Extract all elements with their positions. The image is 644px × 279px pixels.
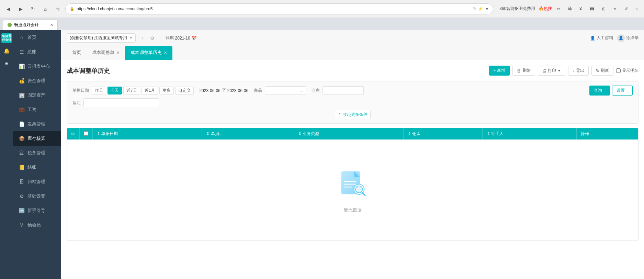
sidebar-item-funds-label: 资金管理 xyxy=(27,78,45,84)
tab-cost-adjustment[interactable]: 成本调整单 ✕ xyxy=(87,46,125,60)
browser-tabbar: 🟢 畅捷通好会计 ✕ xyxy=(0,18,644,30)
goods-more-btn[interactable]: ... xyxy=(300,89,303,93)
sidebar-item-archive[interactable]: 🗄 归档管理 xyxy=(13,175,61,189)
home-icon: ⌂ xyxy=(19,35,25,40)
date-yesterday[interactable]: 昨天 xyxy=(92,87,106,94)
brand-logo[interactable]: 畅捷通好会计 xyxy=(1,33,12,43)
sidebar-item-salary[interactable]: 💼 工资 xyxy=(13,102,61,117)
browser-tab-close[interactable]: ✕ xyxy=(50,23,53,27)
date-more[interactable]: 更多 xyxy=(159,87,174,94)
tab-cost-adjustment-close[interactable]: ✕ xyxy=(116,51,120,55)
print-btn[interactable]: 🖨 打印 ▼ xyxy=(538,66,565,76)
tab-home[interactable]: 首页 xyxy=(67,46,87,60)
sidebar-item-inventory[interactable]: 📦 库存核算 xyxy=(13,131,61,146)
home-button[interactable]: ⌂ xyxy=(41,4,50,14)
back-button[interactable]: ◀ xyxy=(3,4,13,14)
service-btn[interactable]: 👤 人工咨询 xyxy=(590,35,613,41)
tab-cost-history-close[interactable]: ✕ xyxy=(164,51,167,55)
sidebar-item-ledger[interactable]: ☰ 总账 xyxy=(13,45,61,59)
export-btn[interactable]: ↓ 导出 xyxy=(568,66,589,76)
remark-input[interactable] xyxy=(83,98,159,107)
tab-cost-history[interactable]: 成本调整单历史 ✕ xyxy=(125,46,172,60)
top-actions: 👤 人工咨询 👤 徐泽华 xyxy=(590,34,639,42)
th-number[interactable]: ⇕ 单据... xyxy=(202,128,294,140)
grid-btn[interactable]: ⊞ xyxy=(599,5,608,13)
period-label: 账期 xyxy=(166,35,174,41)
th-warehouse[interactable]: ⇕ 仓库 xyxy=(403,128,482,140)
th-date[interactable]: ⇕ 单据日期 xyxy=(92,128,202,140)
date-1month[interactable]: 近1月 xyxy=(142,87,158,94)
browser-tab[interactable]: 🟢 畅捷通好会计 ✕ xyxy=(3,20,58,30)
date-to: 2023-06-06 xyxy=(227,88,248,93)
forward-button[interactable]: ▶ xyxy=(16,4,25,14)
th-settings[interactable]: ⚙ xyxy=(67,128,79,140)
th-checkbox[interactable] xyxy=(79,128,92,140)
browser-actions: 360智能抠图免费用 🔥热搜 ✂ 译 ¥ 🎮 ⊞ ☀ ↺ ≡ xyxy=(499,4,641,13)
invoice-icon: 📄 xyxy=(19,121,25,127)
top-bar: (勿删勿禁用) 江西服宝测试专用 ▼ + ⚙ 账期 2021-10 📅 👤 人工… xyxy=(61,30,644,46)
user-name: 徐泽华 xyxy=(626,35,639,41)
sun-btn[interactable]: ☀ xyxy=(610,5,620,13)
sidebar-item-reports[interactable]: 📊 云报表中心 xyxy=(13,59,61,74)
goods-select-text xyxy=(268,88,298,93)
warehouse-label: 仓库 xyxy=(312,88,320,93)
sidebar-item-home[interactable]: ⌂ 首页 xyxy=(13,30,61,45)
sidebar-item-assets[interactable]: 🏢 固定资产 xyxy=(13,88,61,102)
translate-btn[interactable]: 译 xyxy=(565,4,575,13)
menu-btn[interactable]: ≡ xyxy=(633,5,641,13)
user-btn[interactable]: 👤 徐泽华 xyxy=(617,34,639,42)
select-all-checkbox[interactable] xyxy=(84,131,88,136)
display-detail-checkbox[interactable] xyxy=(616,68,621,73)
collapse-btn[interactable]: ⌃ 收起更多条件 xyxy=(335,110,371,119)
undo-btn[interactable]: ↺ xyxy=(622,5,631,13)
date-separator: 至 xyxy=(222,88,226,93)
display-detail-label[interactable]: 显示明细 xyxy=(616,68,639,74)
filter-settings-btn[interactable]: 设置 xyxy=(612,86,633,96)
refresh-btn[interactable]: ↻ 刷新 xyxy=(591,66,613,76)
empty-illustration xyxy=(336,167,370,201)
date-today[interactable]: 今天 xyxy=(108,87,122,94)
refresh-label: 刷新 xyxy=(601,68,609,74)
company-selector[interactable]: (勿删勿禁用) 江西服宝测试专用 ▼ xyxy=(67,33,136,43)
empty-text: 暂无数据 xyxy=(344,207,362,213)
warehouse-select[interactable]: ... xyxy=(323,86,364,95)
delete-btn[interactable]: 🗑 删除 xyxy=(512,66,535,76)
date-custom[interactable]: 自定义 xyxy=(175,87,194,94)
delete-label: 删除 xyxy=(522,68,531,74)
new-btn[interactable]: + 新增 xyxy=(489,66,510,76)
date-7days[interactable]: 近7天 xyxy=(123,87,140,94)
query-btn[interactable]: 查询 xyxy=(589,86,610,96)
date-from: 2023-06-06 xyxy=(199,88,220,93)
notification-icon[interactable]: 🔔 xyxy=(2,46,11,56)
refresh-button[interactable]: ↻ xyxy=(28,4,38,14)
star-button[interactable]: ☆ xyxy=(53,4,63,14)
th-handler[interactable]: ⇕ 经手人 xyxy=(482,128,577,140)
filter-panel: 单据日期 昨天 今天 近7天 近1月 更多 自定义 2023-06-06 至 xyxy=(67,81,639,124)
th-number-label: ⇕ 单据... xyxy=(206,131,222,136)
yuan-btn[interactable]: ¥ xyxy=(577,5,585,13)
display-detail-text: 显示明细 xyxy=(622,68,639,74)
sidebar-item-bookkeeping[interactable]: 📒 结账 xyxy=(13,160,61,175)
sidebar-item-settings[interactable]: ⚙ 基础设置 xyxy=(13,189,61,203)
period-info: 账期 2021-10 📅 xyxy=(166,35,197,41)
calendar-icon[interactable]: 📅 xyxy=(192,36,197,41)
settings-gear-icon[interactable]: ⚙ xyxy=(150,35,155,41)
th-handler-label: ⇕ 经手人 xyxy=(487,131,504,136)
address-bar[interactable]: 🔒 https://cloud.chanjet.com/accounting/u… xyxy=(65,3,493,14)
apps-icon[interactable]: ⊞ xyxy=(2,58,11,68)
sidebar-item-membership[interactable]: V 畅会员 xyxy=(13,218,61,232)
th-business-type[interactable]: ⇕ 业务类型 xyxy=(294,128,403,140)
sidebar-item-funds[interactable]: 💰 资金管理 xyxy=(13,74,61,88)
sidebar-item-guide[interactable]: 🆕 新手引导 xyxy=(13,203,61,218)
sidebar-item-invoice[interactable]: 📄 发票管理 xyxy=(13,117,61,131)
warehouse-more-btn[interactable]: ... xyxy=(358,89,361,93)
game-btn[interactable]: 🎮 xyxy=(587,5,597,13)
empty-row: 暂无数据 xyxy=(67,140,638,241)
sidebar-item-tax[interactable]: 🏛 税务管理 xyxy=(13,146,61,160)
date-range: 2023-06-06 至 2023-06-06 xyxy=(199,88,248,93)
add-company-icon[interactable]: + xyxy=(141,35,144,41)
tab-cost-adjustment-label: 成本调整单 xyxy=(92,49,114,56)
goods-select[interactable]: ... xyxy=(265,86,306,95)
scissors-btn[interactable]: ✂ xyxy=(554,5,563,13)
tax-icon: 🏛 xyxy=(19,150,25,156)
